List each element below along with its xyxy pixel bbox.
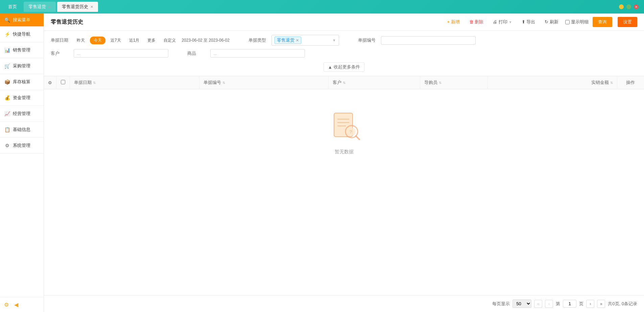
th-voucher-no[interactable]: 单据编号 ⇅ [199,76,329,89]
voucher-no-input[interactable] [381,36,476,45]
customer-filter: 客户 [51,49,168,58]
collapse-more-btn[interactable]: ▲ 收起更多条件 [324,62,364,72]
basic-info-icon: 📋 [4,127,10,133]
print-dropdown-icon[interactable]: ▼ [509,20,512,24]
empty-icon: ? [327,110,361,143]
last-page-button[interactable]: » [597,300,605,308]
query-button[interactable]: 查询 [593,17,612,27]
table-area: ⚙ 单据日期 ⇅ [44,76,644,295]
sidebar-item-quick-nav[interactable]: ⚡ 快捷导航 [0,26,44,42]
th-date[interactable]: 单据日期 ⇅ [70,76,199,89]
date-btn-custom[interactable]: 自定义 [161,37,179,44]
goods-filter: 商品 [187,49,305,58]
date-buttons: 昨天 今天 近7天 近1月 更多 自定义 [74,37,179,44]
inventory-icon: 📦 [4,79,10,85]
voucher-type-label: 单据类型 [248,37,269,43]
date-btn-more[interactable]: 更多 [144,37,159,44]
th-checkbox[interactable] [56,76,70,89]
sales-icon: 📊 [4,47,10,53]
th-settings[interactable]: ⚙ [44,76,56,89]
collapse-label: 收起更多条件 [334,64,360,70]
filter-row-1: 单据日期 昨天 今天 近7天 近1月 更多 自定义 2023-06-02 至 2… [51,35,637,46]
date-btn-7days[interactable]: 近7天 [108,37,124,44]
sidebar-bottom: ⚙ ◀ [0,297,44,312]
sidebar-item-basic-info[interactable]: 📋 基础信息 [0,122,44,138]
sidebar-label-basic-info: 基础信息 [13,127,30,133]
minimize-button[interactable] [619,4,624,9]
th-amount[interactable]: 实销金额 ⇅ [487,76,617,89]
th-customer-sort-icon: ⇅ [343,81,345,85]
th-guide-label: 导购员 [424,80,437,86]
voucher-type-select[interactable]: 零售退货 ✕ ▼ [271,35,339,46]
tab-home[interactable]: 首页 [3,2,22,12]
purchase-icon: 🛒 [4,63,10,69]
date-btn-yesterday[interactable]: 昨天 [74,37,88,44]
date-label: 单据日期 [51,37,71,43]
next-page-button[interactable]: › [586,300,594,308]
filter-row-2: 客户 商品 [51,49,637,58]
th-guide-sort-icon: ⇅ [439,81,442,85]
th-customer-label: 客户 [333,80,341,86]
sidebar-label-quick-nav: 快捷导航 [13,31,30,37]
settings-bottom-icon[interactable]: ⚙ [4,302,9,308]
select-all-checkbox[interactable] [61,80,65,84]
th-guide[interactable]: 导购员 ⇅ [420,76,487,89]
goods-label: 商品 [187,50,208,57]
sidebar-item-inventory[interactable]: 📦 库存核算 [0,74,44,90]
add-button[interactable]: + 新增 [444,18,462,26]
total-info: 共0页, 0条记录 [608,301,637,307]
collapse-sidebar-icon[interactable]: ◀ [14,302,18,308]
sidebar-item-purchase[interactable]: 🛒 采购管理 [0,58,44,74]
tab-retail-return-history[interactable]: 零售退货历史 ✕ [57,2,98,12]
date-filter: 单据日期 昨天 今天 近7天 近1月 更多 自定义 2023-06-02 至 2… [51,37,230,44]
sidebar-item-sales[interactable]: 📊 销售管理 [0,42,44,58]
show-detail-checkbox[interactable]: 显示明细 [565,19,589,25]
sidebar-item-finance[interactable]: 💰 资金管理 [0,90,44,106]
page-title: 零售退货历史 [51,19,83,26]
window-controls: ✕ [619,4,641,9]
tab-bar: 首页 零售退货 ✕ 零售退货历史 ✕ [3,2,619,12]
show-detail-input[interactable] [565,20,570,24]
column-settings-icon[interactable]: ⚙ [48,80,52,85]
sidebar-item-operations[interactable]: 📈 经营管理 [0,106,44,122]
customer-input[interactable] [74,49,168,58]
goods-input[interactable] [210,49,305,58]
sidebar-label-inventory: 库存核算 [13,79,30,85]
page-label: 第 [556,301,560,307]
maximize-button[interactable] [626,4,631,9]
tab-retail-return[interactable]: 零售退货 ✕ [24,2,56,12]
sidebar-item-system[interactable]: ⚙ 系统管理 [0,138,44,154]
sidebar-label-operations: 经营管理 [13,111,30,117]
th-actions: 操作 [617,76,644,89]
tab-close-history[interactable]: ✕ [90,5,93,9]
table-header-row: ⚙ 单据日期 ⇅ [44,76,644,89]
svg-line-6 [356,136,359,139]
page-size-select[interactable]: 20 50 100 [512,299,531,308]
empty-text: 暂无数据 [335,149,354,155]
win-buttons: ✕ [619,4,639,9]
delete-button[interactable]: 🗑 删除 [467,18,486,26]
empty-state: ? 暂无数据 [44,89,644,175]
date-range-display: 2023-06-02 至 2023-06-02 [182,38,229,43]
voucher-no-filter: 单据编号 [358,36,476,45]
page-number-input[interactable] [563,300,576,308]
voucher-type-dropdown-icon: ▼ [332,38,336,42]
voucher-no-label: 单据编号 [358,37,378,43]
voucher-type-tag-close[interactable]: ✕ [296,38,299,43]
sidebar-search[interactable]: 🔍 搜索菜单 [0,14,44,26]
settings-button[interactable]: 设置 [618,17,637,27]
close-button[interactable]: ✕ [634,4,639,9]
prev-page-button[interactable]: ‹ [545,300,553,308]
first-page-button[interactable]: « [534,300,542,308]
th-date-label: 单据日期 [74,80,92,86]
operations-icon: 📈 [4,111,10,117]
tab-close-retail-return[interactable]: ✕ [48,5,51,9]
print-button[interactable]: 🖨 打印 ▼ [490,18,515,26]
date-btn-today[interactable]: 今天 [90,37,105,44]
th-customer[interactable]: 客户 ⇅ [329,76,420,89]
refresh-button[interactable]: ↻ 刷新 [542,18,561,26]
voucher-type-filter: 单据类型 零售退货 ✕ ▼ [248,35,339,46]
sidebar-label-sales: 销售管理 [13,47,30,53]
date-btn-1month[interactable]: 近1月 [126,37,143,44]
export-button[interactable]: ⬆ 导出 [519,18,538,26]
